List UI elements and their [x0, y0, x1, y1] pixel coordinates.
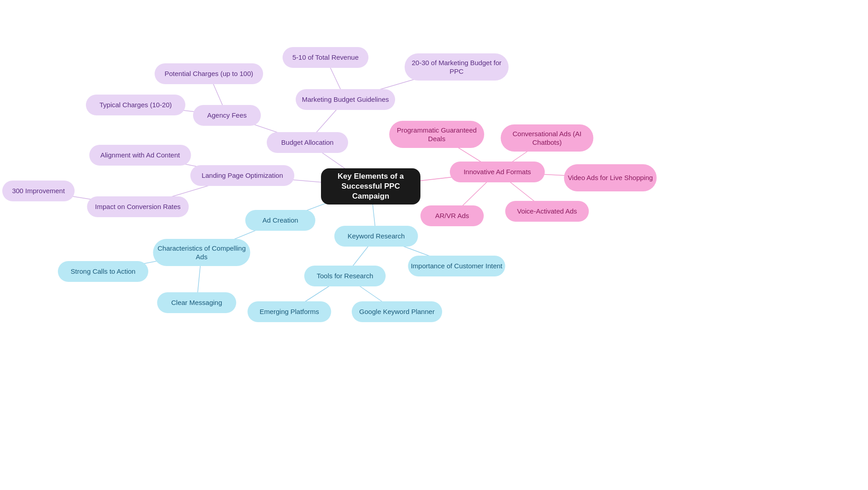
node-google-keyword-planner[interactable]: Google Keyword Planner	[352, 301, 442, 322]
center-node[interactable]: Key Elements of a Successful PPC Campaig…	[321, 168, 420, 205]
node-impact-conversion[interactable]: Impact on Conversion Rates	[87, 196, 189, 217]
node-tools-for-research[interactable]: Tools for Research	[304, 266, 386, 286]
node-potential-charges[interactable]: Potential Charges (up to 100)	[155, 63, 263, 84]
node-characteristics-compelling[interactable]: Characteristics of Compelling Ads	[153, 239, 250, 266]
node-programmatic-guaranteed[interactable]: Programmatic Guaranteed Deals	[389, 121, 484, 148]
node-20-30-ppc[interactable]: 20-30 of Marketing Budget for PPC	[405, 53, 509, 81]
node-keyword-research[interactable]: Keyword Research	[335, 226, 418, 247]
node-budget-allocation[interactable]: Budget Allocation	[267, 132, 348, 153]
node-strong-calls-to-action[interactable]: Strong Calls to Action	[58, 261, 148, 282]
node-ad-creation[interactable]: Ad Creation	[245, 210, 316, 231]
node-agency-fees[interactable]: Agency Fees	[193, 105, 261, 126]
mindmap-container: Key Elements of a Successful PPC Campaig…	[0, 0, 868, 490]
node-emerging-platforms[interactable]: Emerging Platforms	[248, 301, 331, 322]
node-clear-messaging[interactable]: Clear Messaging	[157, 292, 236, 313]
node-conversational-ads[interactable]: Conversational Ads (AI Chatbots)	[501, 124, 594, 152]
node-video-ads-live[interactable]: Video Ads for Live Shopping	[564, 164, 657, 191]
node-alignment-ad-content[interactable]: Alignment with Ad Content	[90, 145, 191, 166]
node-importance-customer-intent[interactable]: Importance of Customer Intent	[408, 256, 505, 276]
node-marketing-budget-guidelines[interactable]: Marketing Budget Guidelines	[296, 89, 395, 110]
node-voice-activated-ads[interactable]: Voice-Activated Ads	[505, 201, 589, 222]
node-5-10-revenue[interactable]: 5-10 of Total Revenue	[283, 47, 368, 68]
node-innovative-ad-formats[interactable]: Innovative Ad Formats	[450, 162, 545, 182]
node-landing-page-optimization[interactable]: Landing Page Optimization	[190, 165, 294, 186]
node-300-improvement[interactable]: 300 Improvement	[2, 181, 75, 201]
node-ar-vr-ads[interactable]: AR/VR Ads	[420, 205, 484, 226]
node-typical-charges[interactable]: Typical Charges (10-20)	[86, 95, 185, 115]
